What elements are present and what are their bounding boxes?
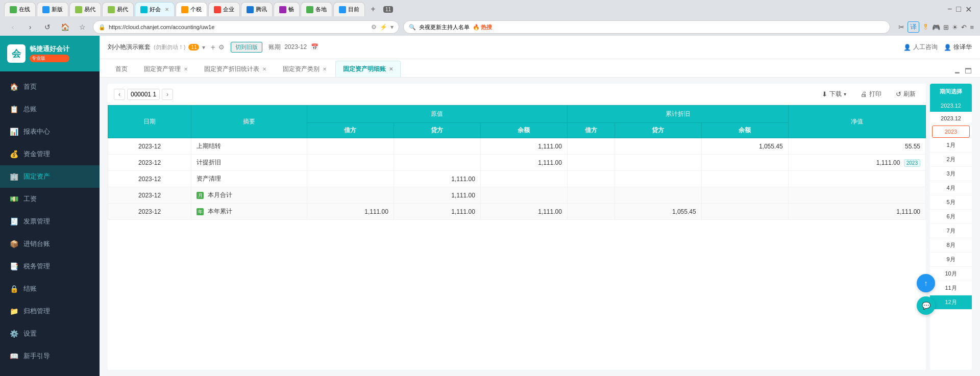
browser-tab-zaixian[interactable]: 在线 xyxy=(4,2,36,16)
print-button[interactable]: 🖨 打印 xyxy=(856,88,886,101)
home-button[interactable]: 🏠 xyxy=(58,20,71,34)
tab-label: 固定资产明细账 xyxy=(343,65,386,73)
tab-label: 畅 xyxy=(288,6,294,13)
user-profile-button[interactable]: 👤 徐译华 xyxy=(944,43,972,52)
account-add-icon[interactable]: + xyxy=(210,43,215,52)
cell-acc-debit xyxy=(567,187,615,204)
sun-icon[interactable]: ☀ xyxy=(952,23,958,31)
fab-up-button[interactable]: ↑ xyxy=(917,274,935,292)
service-button[interactable]: 👤 人工咨询 xyxy=(903,43,938,52)
period-item-10[interactable]: 10月 xyxy=(930,267,972,281)
period-item-5[interactable]: 5月 xyxy=(930,195,972,210)
url-bar[interactable]: 🔒 https://cloud.chanjet.com/accounting/u… xyxy=(93,20,399,34)
account-settings-icon[interactable]: ⚙ xyxy=(218,43,225,51)
tab-close-icon[interactable]: ✕ xyxy=(389,66,393,72)
collapse-panel-icon[interactable]: 🗕 xyxy=(953,67,961,75)
sidebar-item-fixed-assets[interactable]: 🏢 固定资产 xyxy=(0,165,100,188)
period-item-2023-12-top[interactable]: 2023.12 xyxy=(930,99,972,112)
window-maximize-button[interactable]: □ xyxy=(956,5,961,14)
browser-tab-gedi[interactable]: 各地 xyxy=(301,2,332,16)
sidebar-item-payroll[interactable]: 💵 工资 xyxy=(0,188,100,210)
tab-close-icon[interactable]: ✕ xyxy=(262,66,266,72)
browser-tab-haohao[interactable]: 好会 ✕ xyxy=(135,2,175,16)
sidebar-item-fund-management[interactable]: 💰 资金管理 xyxy=(0,143,100,165)
cell-acc-debit xyxy=(567,204,615,220)
download-label: 下载 xyxy=(829,90,842,98)
tab-fixed-asset-ledger[interactable]: 固定资产明细账 ✕ xyxy=(335,61,401,77)
browser-tab-yidai2[interactable]: 易代 xyxy=(102,2,134,16)
sidebar-item-reports[interactable]: 📊 报表中心 xyxy=(0,120,100,143)
tab-home[interactable]: 首页 xyxy=(108,61,135,77)
window-close-button[interactable]: ✕ xyxy=(965,5,972,14)
period-item-2[interactable]: 2月 xyxy=(930,153,972,167)
window-minimize-button[interactable]: − xyxy=(947,5,952,14)
bookmark-button[interactable]: ☆ xyxy=(76,20,89,34)
new-tab-button[interactable]: + xyxy=(366,2,380,16)
sidebar-item-purchase-sale[interactable]: 📦 进销台账 xyxy=(0,233,100,255)
cell-orig-debit xyxy=(307,138,394,155)
period-item-12[interactable]: 12月 xyxy=(930,295,972,310)
tab-fixed-asset-depreciation[interactable]: 固定资产折旧统计表 ✕ xyxy=(197,61,274,77)
period-item-6[interactable]: 6月 xyxy=(930,210,972,224)
url-dropdown-icon[interactable]: ▾ xyxy=(390,23,394,31)
browser-tab-geshui[interactable]: 个税 xyxy=(176,2,207,16)
reload-button[interactable]: ↺ xyxy=(41,20,54,34)
tab-close-icon[interactable]: ✕ xyxy=(165,7,169,12)
period-item-1[interactable]: 1月 xyxy=(930,138,972,153)
grid-icon[interactable]: ⊞ xyxy=(943,23,949,31)
sidebar-item-guide[interactable]: 📖 新手引导 xyxy=(0,345,100,367)
tab-fixed-asset-category[interactable]: 固定资产类别 ✕ xyxy=(275,61,334,77)
sidebar-item-home[interactable]: 🏠 首页 xyxy=(0,76,100,98)
undo-icon[interactable]: ↶ xyxy=(961,23,967,31)
period-item-2023-12-2[interactable]: 2023.12 xyxy=(930,112,972,125)
sidebar: 会 畅捷通好会计 专业版 🏠 首页 📋 总账 📊 报表中心 💰 资金管理 xyxy=(0,36,100,376)
browser-tab-bar: 在线 新版 易代 易代 好会 ✕ 个税 企业 腾讯 xyxy=(0,0,980,18)
period-item-3[interactable]: 3月 xyxy=(930,167,972,181)
logo-text: 畅捷通好会计 xyxy=(30,45,69,54)
expand-panel-icon[interactable]: 🗖 xyxy=(965,67,972,75)
nav-arrows: ‹ 000001 1 › xyxy=(114,89,173,100)
tab-fixed-asset-mgmt[interactable]: 固定资产管理 ✕ xyxy=(136,61,195,77)
back-button[interactable]: ‹ xyxy=(6,20,19,34)
refresh-button[interactable]: ↺ 刷新 xyxy=(892,88,920,101)
period-item-4[interactable]: 4月 xyxy=(930,181,972,195)
period-item-7[interactable]: 7月 xyxy=(930,224,972,238)
sidebar-logo[interactable]: 会 畅捷通好会计 专业版 xyxy=(0,36,100,71)
account-dropdown-icon[interactable]: ▾ xyxy=(202,44,205,51)
period-item-11[interactable]: 11月 xyxy=(930,281,972,295)
download-button[interactable]: ⬇ 下载 ▾ xyxy=(818,88,850,101)
browser-tab-shenmu[interactable]: 目前 xyxy=(333,2,365,16)
fab-feedback-button[interactable]: 💬 xyxy=(917,296,935,315)
user-avatar-icon: 👤 xyxy=(944,44,951,51)
prev-page-button[interactable]: ‹ xyxy=(114,89,125,100)
sidebar-item-tax-management[interactable]: 📑 税务管理 xyxy=(0,255,100,278)
browser-tab-tengxun[interactable]: 腾讯 xyxy=(241,2,273,16)
period-item-2023[interactable]: 2023 xyxy=(932,126,970,138)
next-page-button[interactable]: › xyxy=(162,89,173,100)
reward-icon[interactable]: 🎖 xyxy=(922,23,929,31)
switch-version-button[interactable]: 切到旧版 xyxy=(231,42,262,53)
period-item-8[interactable]: 8月 xyxy=(930,238,972,253)
browser-tab-qiye[interactable]: 企业 xyxy=(208,2,240,16)
browser-tab-chang[interactable]: 畅 xyxy=(274,2,300,16)
archive-icon: 📁 xyxy=(9,307,18,316)
tab-close-icon[interactable]: ✕ xyxy=(323,66,327,72)
tab-close-icon[interactable]: ✕ xyxy=(184,66,188,72)
search-bar[interactable]: 🔍 央视更新主持人名单 🔥 热搜 xyxy=(403,20,890,34)
menu-icon[interactable]: ≡ xyxy=(970,23,974,31)
cell-acc-balance: 1,055.45 xyxy=(701,138,788,155)
forward-button[interactable]: › xyxy=(23,20,37,34)
sidebar-item-period-end[interactable]: 🔒 结账 xyxy=(0,278,100,300)
browser-tab-yidai1[interactable]: 易代 xyxy=(69,2,101,16)
sidebar-item-settings[interactable]: ⚙️ 设置 xyxy=(0,322,100,345)
period-edit-icon[interactable]: 📅 xyxy=(311,43,318,51)
sidebar-item-archive[interactable]: 📁 归档管理 xyxy=(0,300,100,322)
translate-icon[interactable]: 译 xyxy=(908,21,919,33)
period-item-9[interactable]: 9月 xyxy=(930,253,972,267)
game-icon[interactable]: 🎮 xyxy=(932,23,940,31)
account-name: 刘小艳演示账套 xyxy=(108,43,151,52)
sidebar-item-invoice-management[interactable]: 🧾 发票管理 xyxy=(0,210,100,233)
browser-tab-xin[interactable]: 新版 xyxy=(37,2,68,16)
scissors-icon[interactable]: ✂ xyxy=(898,23,904,31)
sidebar-item-general-ledger[interactable]: 📋 总账 xyxy=(0,98,100,120)
